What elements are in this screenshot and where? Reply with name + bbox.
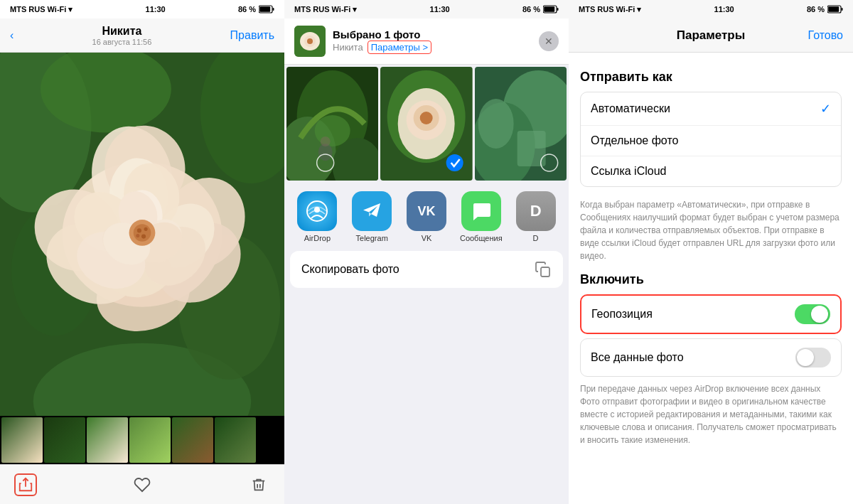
rose-photo-svg [0, 53, 284, 416]
all-data-toggle[interactable] [795, 348, 831, 368]
svg-rect-40 [544, 6, 554, 12]
more-item[interactable]: D D [508, 191, 563, 242]
option-automatic[interactable]: Автоматически ✓ [581, 92, 841, 126]
svg-point-35 [141, 235, 146, 239]
thumb-item[interactable] [172, 417, 213, 463]
grid-photo-2[interactable] [380, 67, 472, 181]
svg-rect-70 [842, 8, 843, 11]
wifi-icon-3: ▾ [637, 5, 641, 14]
more-label: D [533, 234, 539, 242]
nav-title: Никита 16 августа 11:56 [92, 25, 152, 46]
thumbnail-strip[interactable] [0, 416, 284, 464]
carrier-label-2: MTS RUS Wi-Fi [294, 5, 350, 14]
status-right-3: 86 % [807, 5, 843, 14]
svg-point-58 [420, 112, 433, 124]
all-data-row[interactable]: Все данные фото [580, 338, 842, 377]
airdrop-label: AirDrop [304, 234, 331, 242]
share-sheet-panel: MTS RUS Wi-Fi ▾ 11:30 86 % Выбрано 1 фот… [284, 0, 569, 504]
telegram-item[interactable]: Telegram [345, 191, 399, 242]
airdrop-icon-svg [306, 200, 328, 222]
thumb-item[interactable] [1, 417, 43, 463]
settings-panel: MTS RUS Wi-Fi ▾ 11:30 86 % Параметры Гот… [569, 0, 853, 504]
status-right-2: 86 % [522, 5, 559, 14]
status-bar-3: MTS RUS Wi-Fi ▾ 11:30 86 % [569, 0, 853, 18]
share-source: Никита [333, 42, 363, 53]
time-label-3: 11:30 [714, 5, 734, 14]
like-button[interactable] [131, 473, 154, 496]
grid-photo-3[interactable] [475, 67, 567, 181]
wifi-icon-2: ▾ [353, 5, 357, 14]
contact-name: Никита [92, 25, 152, 38]
battery-label: 86 % [238, 5, 256, 14]
messages-icon-svg [471, 200, 492, 222]
settings-content: Отправить как Автоматически ✓ Отдельное … [569, 53, 853, 504]
messages-label: Сообщения [460, 234, 503, 242]
svg-point-64 [478, 99, 513, 149]
svg-point-34 [144, 227, 148, 231]
svg-point-59 [446, 154, 463, 171]
copy-icon [535, 261, 552, 278]
thumb-item[interactable] [87, 417, 128, 463]
nav-bar-1: ‹ Никита 16 августа 11:56 Править [0, 18, 284, 53]
svg-point-49 [315, 115, 350, 146]
params-link[interactable]: Параметры > [368, 41, 432, 54]
status-right: 86 % [238, 5, 274, 14]
share-header: Выбрано 1 фото Никита Параметры > ✕ [284, 18, 569, 65]
svg-rect-39 [557, 8, 559, 11]
back-button[interactable]: ‹ [10, 29, 14, 42]
geolocation-toggle[interactable] [795, 304, 830, 324]
send-as-title: Отправить как [580, 70, 842, 85]
carrier-label: MTS RUS Wi-Fi [10, 5, 66, 14]
status-left-2: MTS RUS Wi-Fi ▾ [294, 5, 357, 14]
svg-point-67 [314, 207, 320, 213]
photo-background [0, 53, 284, 416]
grid-photo-1[interactable] [286, 67, 378, 181]
option-individual-photo[interactable]: Отдельное фото [581, 126, 841, 156]
heart-icon [134, 476, 151, 493]
done-button[interactable]: Готово [800, 29, 843, 42]
time-label-2: 11:30 [430, 5, 450, 14]
thumb-item[interactable] [129, 417, 171, 463]
all-data-description: При передаче данных через AirDrop включе… [580, 381, 842, 452]
close-button[interactable]: ✕ [539, 31, 559, 51]
airdrop-item[interactable]: AirDrop [290, 191, 345, 242]
messages-icon [461, 191, 501, 231]
share-photo-thumb [294, 26, 326, 57]
status-bar-1: MTS RUS Wi-Fi ▾ 11:30 86 % [0, 0, 284, 18]
battery-icon-3 [827, 5, 843, 14]
thumb-item[interactable] [44, 417, 85, 463]
trash-icon [251, 476, 267, 493]
toggle-thumb-2 [797, 349, 814, 366]
vk-icon: VK [407, 191, 446, 231]
geolocation-row[interactable]: Геопозиция [580, 294, 842, 334]
option-individual-label: Отдельное фото [591, 134, 678, 147]
vk-label: VK [422, 234, 432, 242]
vk-text: VK [417, 204, 435, 219]
svg-rect-71 [828, 6, 839, 12]
nav-bar-3: Параметры Готово [569, 18, 853, 53]
grid-photo-svg-3 [475, 67, 567, 181]
svg-point-32 [134, 224, 151, 242]
blank-space [284, 288, 569, 504]
edit-button[interactable]: Править [230, 29, 274, 42]
messages-item[interactable]: Сообщения [454, 191, 508, 242]
svg-point-33 [137, 228, 141, 232]
vk-item[interactable]: VK VK [399, 191, 454, 242]
thumb-item[interactable] [215, 417, 256, 463]
telegram-label: Telegram [356, 234, 388, 242]
main-photo [0, 53, 284, 416]
include-title: Включить [580, 272, 842, 287]
airdrop-icon [297, 191, 337, 231]
share-icon [18, 477, 33, 493]
copy-photo-row[interactable]: Скопировать фото [290, 251, 563, 288]
toggle-thumb [811, 306, 828, 323]
svg-rect-68 [541, 267, 549, 277]
svg-point-44 [307, 38, 313, 44]
send-as-description: Когда выбран параметр «Автоматически», п… [580, 194, 842, 272]
delete-button[interactable] [247, 473, 270, 496]
battery-icon-2 [543, 5, 559, 14]
option-icloud-link[interactable]: Ссылка iCloud [581, 156, 841, 186]
share-button[interactable] [14, 473, 37, 496]
more-text: D [530, 202, 542, 220]
bottom-toolbar [0, 464, 284, 504]
